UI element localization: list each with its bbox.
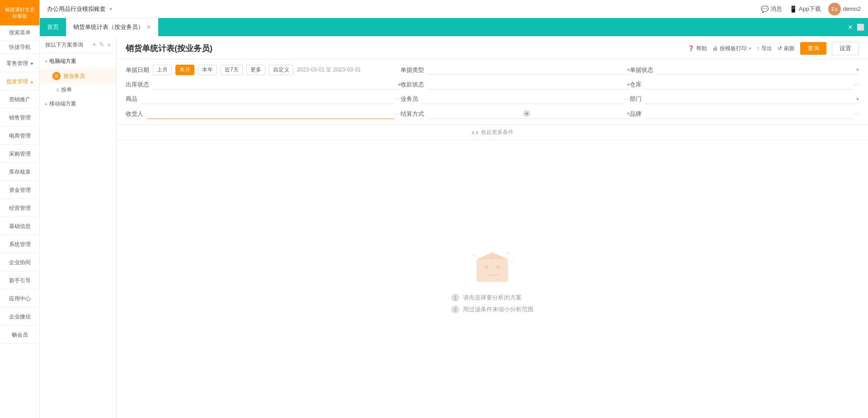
pc-scheme-group: ▾ 电脑端方案 按 按业务员 ≡ 按单 <box>40 54 116 96</box>
doc-status-label: 单据状态 <box>630 66 653 74</box>
top-header-right: 💬 消息 📱 App下载 Ea demo2 <box>761 3 861 15</box>
add-scheme-icon[interactable]: + <box>92 41 96 49</box>
doc-type-control <box>428 65 630 75</box>
tab-sales-stat[interactable]: 销货单统计表（按业务员） ✕ <box>66 18 158 36</box>
mobile-scheme-group[interactable]: ▸ 移动端方案 <box>40 96 116 111</box>
sidebar-item-finance[interactable]: 资金管理 <box>0 181 39 199</box>
doc-type-select[interactable] <box>428 65 630 75</box>
date-last-7-days[interactable]: 近7天 <box>221 65 243 75</box>
date-last-month[interactable]: 上月 <box>153 65 172 75</box>
tab-close-window-icon[interactable]: ✕ <box>848 24 853 31</box>
tab-maximize-icon[interactable]: ⬜ <box>857 24 864 31</box>
tab-home[interactable]: 首页 <box>40 18 66 36</box>
salesperson-dots[interactable]: ··· <box>624 95 630 103</box>
sidebar-item-operations[interactable]: 经营管理 <box>0 199 39 217</box>
department-select[interactable] <box>645 95 859 104</box>
goods-dots[interactable]: ··· <box>395 95 401 103</box>
svg-point-3 <box>485 266 488 269</box>
brand-input[interactable] <box>645 109 853 119</box>
sidebar-item-inventory[interactable]: 库存核算 <box>0 163 39 181</box>
sidebar-item-enterprise[interactable]: 企业协同 <box>0 253 39 271</box>
settlement-control: ✕ <box>428 109 630 119</box>
date-more[interactable]: 更多 <box>246 65 265 75</box>
sidebar-item-member[interactable]: 畅会员 <box>0 326 39 344</box>
template-print-btn[interactable]: 🖨 按模板打印 ▾ <box>712 45 751 52</box>
sidebar-item-retail[interactable]: 零售管理 ▾ <box>0 54 39 72</box>
quick-nav[interactable]: 快捷导航 <box>0 41 39 54</box>
sidebar-item-marketing[interactable]: 营销推广 <box>0 90 39 109</box>
out-status-select[interactable] <box>153 80 401 90</box>
sidebar-item-purchase[interactable]: 采购管理 <box>0 145 39 163</box>
settlement-clear-btn[interactable]: ✕ <box>523 110 530 117</box>
goods-label: 商品 <box>126 95 137 103</box>
goods-input[interactable] <box>141 94 395 104</box>
sidebar-item-system[interactable]: 系统管理 <box>0 235 39 253</box>
help-btn[interactable]: ❓ 帮助 <box>688 45 707 52</box>
message-btn[interactable]: 💬 消息 <box>761 5 782 13</box>
search-menu-label: 搜索菜单 <box>9 29 31 36</box>
warehouse-dots[interactable]: ··· <box>853 81 859 89</box>
tab-close-icon[interactable]: ✕ <box>146 24 151 30</box>
doc-status-select[interactable] <box>657 65 859 75</box>
filter-row-2: 出库状态 收款状态 <box>126 80 859 90</box>
salesperson-label: 业务员 <box>401 95 418 103</box>
date-custom[interactable]: 自定义 <box>269 65 293 75</box>
filter-brand: 品牌 ··· <box>630 109 859 119</box>
sidebar-item-wholesale[interactable]: 批发管理 ▴ <box>0 72 39 90</box>
filter-row-3: 商品 ··· 业务员 ··· 部门 <box>126 94 859 104</box>
pc-scheme-group-header[interactable]: ▾ 电脑端方案 <box>40 54 116 69</box>
app-download-btn[interactable]: 📱 App下载 <box>789 5 821 13</box>
goods-control: ··· <box>141 94 401 104</box>
scheme-by-salesperson[interactable]: 按 按业务员 <box>40 69 116 83</box>
date-label: 单据日期 <box>126 66 149 74</box>
settlement-select[interactable]: ✕ <box>428 109 630 119</box>
consignee-input[interactable] <box>147 109 395 119</box>
query-button[interactable]: 查询 <box>800 42 826 55</box>
warehouse-input[interactable] <box>645 80 853 90</box>
app-selector-label[interactable]: 办公用品行业模拟账套 <box>47 5 106 13</box>
refresh-btn[interactable]: ↺ 刷新 <box>778 45 795 52</box>
svg-text:✦: ✦ <box>472 253 476 258</box>
brand-dots[interactable]: ··· <box>853 110 859 118</box>
filter-receipt-status: 收款状态 <box>401 80 630 90</box>
export-icon: ↑ <box>757 45 760 52</box>
salesperson-input[interactable] <box>422 94 624 104</box>
sidebar-inventory-label: 库存核算 <box>0 168 39 176</box>
template-print-arrow: ▾ <box>749 46 751 52</box>
scheme-by-order[interactable]: ≡ 按单 <box>40 83 116 96</box>
message-label: 消息 <box>770 5 782 13</box>
tab-bar: 首页 销货单统计表（按业务员） ✕ ✕ ⬜ <box>40 18 868 36</box>
receipt-status-select[interactable] <box>428 80 630 90</box>
search-menu[interactable]: 搜索菜单 <box>0 25 39 41</box>
page-header: 销货单统计表(按业务员) ❓ 帮助 🖨 按模板打印 ▾ ↑ 导出 <box>117 36 868 59</box>
date-this-month[interactable]: 本月 <box>175 65 194 75</box>
sidebar-item-basic[interactable]: 基础信息 <box>0 217 39 235</box>
app-logo[interactable]: 畅捷通好生意 标服版 <box>0 0 39 25</box>
filter-salesperson: 业务员 ··· <box>401 94 630 104</box>
sidebar-item-wechat[interactable]: 企业微信 <box>0 308 39 326</box>
sidebar-item-newbie[interactable]: 新手引导 <box>0 271 39 290</box>
empty-hint-2: 2 用过滤条件来缩小分析范围 <box>451 305 533 314</box>
date-filter: 上月 本月 本年 近7天 更多 自定义 2023-03-01 至 2023-03… <box>153 65 401 75</box>
date-this-year[interactable]: 本年 <box>198 65 217 75</box>
collapse-panel-icon[interactable]: « <box>107 41 111 49</box>
consignee-dots[interactable]: ··· <box>395 110 401 118</box>
export-btn[interactable]: ↑ 导出 <box>757 45 772 52</box>
out-status-label: 出库状态 <box>126 81 149 89</box>
settings-button[interactable]: 设置 <box>832 42 859 55</box>
pc-group-label: 电脑端方案 <box>49 57 76 65</box>
user-avatar-area[interactable]: Ea demo2 <box>828 3 861 15</box>
hint-text-1: 请先选择要分析的方案 <box>463 294 522 302</box>
sidebar-member-label: 畅会员 <box>0 331 39 339</box>
sidebar-item-sales[interactable]: 销售管理 <box>0 109 39 127</box>
sidebar-item-apps[interactable]: 应用中心 <box>0 290 39 308</box>
app-selector-chevron[interactable]: ▾ <box>109 6 112 12</box>
collapse-more-btn[interactable]: ∧∧ 收起更多条件 <box>471 128 514 136</box>
settlement-label: 结算方式 <box>401 110 424 118</box>
hint-num-2: 2 <box>451 305 459 314</box>
filter-row-1: 单据日期 上月 本月 本年 近7天 更多 自定义 2023-03-01 至 20… <box>126 65 859 75</box>
scheme-order-label: 按单 <box>61 86 72 94</box>
svg-rect-0 <box>476 259 508 282</box>
sidebar-item-ecommerce[interactable]: 电商管理 <box>0 127 39 145</box>
edit-scheme-icon[interactable]: ✎ <box>99 41 104 49</box>
